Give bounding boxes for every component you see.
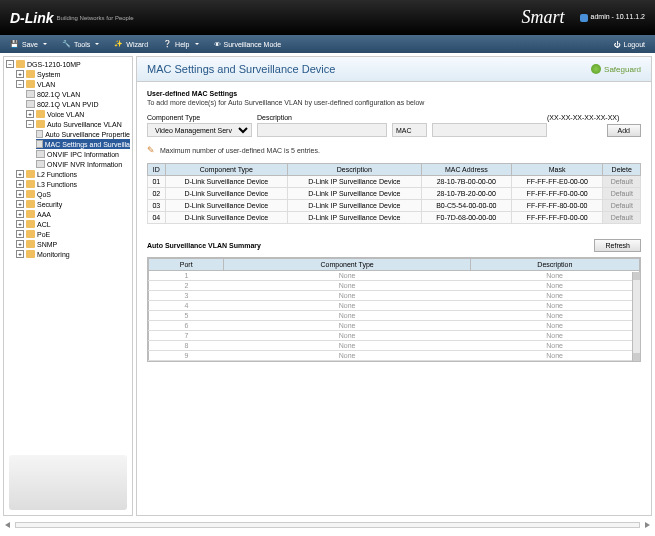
table-cell: 4 bbox=[149, 301, 224, 311]
description-input[interactable] bbox=[257, 123, 387, 137]
tree-vlan[interactable]: −VLAN bbox=[16, 79, 130, 89]
table-row: 02D-Link Surveillance DeviceD-Link IP Su… bbox=[148, 188, 641, 200]
tree-security[interactable]: +Security bbox=[16, 199, 130, 209]
mac-hint: (XX-XX-XX-XX-XX-XX) bbox=[547, 114, 619, 121]
table-header: Delete bbox=[603, 164, 641, 176]
footer-bar bbox=[0, 519, 655, 531]
table-cell: None bbox=[470, 311, 639, 321]
tools-menu[interactable]: 🔧Tools bbox=[62, 40, 99, 48]
summary-table: PortComponent TypeDescription 1NoneNone2… bbox=[148, 258, 640, 361]
table-header: Description bbox=[470, 259, 639, 271]
table-cell: D-Link Surveillance Device bbox=[165, 188, 287, 200]
tree-root[interactable]: −DGS-1210-10MP bbox=[6, 59, 130, 69]
table-cell: None bbox=[224, 281, 470, 291]
table-row: 9NoneNone bbox=[149, 351, 640, 361]
surveillance-menu[interactable]: 👁Surveillance Mode bbox=[214, 41, 282, 48]
expand-icon[interactable]: + bbox=[16, 70, 24, 78]
admin-info: admin - 10.11.1.2 bbox=[580, 13, 645, 21]
table-cell: 9 bbox=[149, 351, 224, 361]
table-header: Component Type bbox=[224, 259, 470, 271]
scroll-up-icon[interactable] bbox=[633, 272, 640, 280]
expand-icon[interactable]: + bbox=[16, 240, 24, 248]
scrollbar[interactable] bbox=[632, 272, 640, 361]
save-menu[interactable]: 💾Save bbox=[10, 40, 47, 48]
table-cell: None bbox=[470, 321, 639, 331]
help-menu[interactable]: ❔Help bbox=[163, 40, 198, 48]
collapse-icon[interactable]: − bbox=[6, 60, 14, 68]
expand-icon[interactable]: + bbox=[16, 200, 24, 208]
tree-pvid[interactable]: 802.1Q VLAN PVID bbox=[26, 99, 130, 109]
table-header: ID bbox=[148, 164, 166, 176]
surveillance-icon: 👁 bbox=[214, 41, 221, 48]
wizard-menu[interactable]: ✨Wizard bbox=[114, 40, 148, 48]
scroll-down-icon[interactable] bbox=[633, 353, 640, 361]
delete-cell: Default bbox=[603, 188, 641, 200]
refresh-button[interactable]: Refresh bbox=[594, 239, 641, 252]
delete-cell: Default bbox=[603, 212, 641, 224]
product-name: Smart bbox=[522, 7, 565, 28]
wizard-icon: ✨ bbox=[114, 40, 123, 48]
table-header: Description bbox=[287, 164, 421, 176]
panel-header: MAC Settings and Surveillance Device Saf… bbox=[137, 57, 651, 82]
table-cell: None bbox=[224, 321, 470, 331]
tree-onvif-nvr[interactable]: ONVIF NVR Information bbox=[36, 159, 130, 169]
tree-l3[interactable]: +L3 Functions bbox=[16, 179, 130, 189]
table-header: MAC Address bbox=[421, 164, 511, 176]
tree-l2[interactable]: +L2 Functions bbox=[16, 169, 130, 179]
tree-qos[interactable]: +QoS bbox=[16, 189, 130, 199]
table-cell: FF-FF-FF-F0-00-00 bbox=[511, 188, 603, 200]
main-content: MAC Settings and Surveillance Device Saf… bbox=[136, 56, 652, 516]
table-cell: 2 bbox=[149, 281, 224, 291]
table-cell: F0-7D-68-00-00-00 bbox=[421, 212, 511, 224]
footer-scrollbar[interactable] bbox=[15, 522, 640, 528]
file-icon bbox=[26, 90, 35, 98]
tree-auto-surv-prop[interactable]: Auto Surveillance Propertie bbox=[36, 129, 130, 139]
table-cell: D-Link IP Surveillance Device bbox=[287, 176, 421, 188]
tree-poe[interactable]: +PoE bbox=[16, 229, 130, 239]
expand-icon[interactable]: + bbox=[16, 250, 24, 258]
add-button[interactable]: Add bbox=[607, 124, 641, 137]
expand-icon[interactable]: + bbox=[16, 210, 24, 218]
device-image bbox=[9, 455, 127, 510]
table-cell: D-Link Surveillance Device bbox=[165, 212, 287, 224]
tree-auto-surv[interactable]: −Auto Surveillance VLAN bbox=[26, 119, 130, 129]
table-row: 01D-Link Surveillance DeviceD-Link IP Su… bbox=[148, 176, 641, 188]
tree-acl[interactable]: +ACL bbox=[16, 219, 130, 229]
expand-icon[interactable]: + bbox=[16, 230, 24, 238]
expand-icon[interactable]: + bbox=[26, 110, 34, 118]
table-cell: None bbox=[224, 271, 470, 281]
tree-monitoring[interactable]: +Monitoring bbox=[16, 249, 130, 259]
mac-input[interactable] bbox=[432, 123, 547, 137]
expand-icon[interactable]: + bbox=[16, 170, 24, 178]
scroll-left-icon[interactable] bbox=[5, 522, 10, 528]
table-row: 04D-Link Surveillance DeviceD-Link IP Su… bbox=[148, 212, 641, 224]
folder-icon bbox=[26, 250, 35, 258]
file-icon bbox=[36, 140, 43, 148]
tree-voice-vlan[interactable]: +Voice VLAN bbox=[26, 109, 130, 119]
table-cell: 01 bbox=[148, 176, 166, 188]
tree-system[interactable]: +System bbox=[16, 69, 130, 79]
tree-8021q[interactable]: 802.1Q VLAN bbox=[26, 89, 130, 99]
tree-mac-settings[interactable]: MAC Settings and Surveilla bbox=[36, 139, 130, 149]
table-cell: 03 bbox=[148, 200, 166, 212]
scroll-right-icon[interactable] bbox=[645, 522, 650, 528]
collapse-icon[interactable]: − bbox=[26, 120, 34, 128]
tree-onvif-ipc[interactable]: ONVIF IPC Information bbox=[36, 149, 130, 159]
file-icon bbox=[36, 150, 45, 158]
tree-snmp[interactable]: +SNMP bbox=[16, 239, 130, 249]
table-row: 03D-Link Surveillance DeviceD-Link IP Su… bbox=[148, 200, 641, 212]
component-type-select[interactable]: Video Management Server bbox=[147, 123, 252, 137]
pencil-icon: ✎ bbox=[147, 145, 155, 155]
table-cell: D-Link IP Surveillance Device bbox=[287, 212, 421, 224]
logout-button[interactable]: ⏻Logout bbox=[614, 41, 645, 48]
folder-icon bbox=[26, 200, 35, 208]
table-cell: 5 bbox=[149, 311, 224, 321]
expand-icon[interactable]: + bbox=[16, 180, 24, 188]
expand-icon[interactable]: + bbox=[16, 190, 24, 198]
table-row: 7NoneNone bbox=[149, 331, 640, 341]
description-label: Description bbox=[257, 114, 437, 121]
tree-aaa[interactable]: +AAA bbox=[16, 209, 130, 219]
expand-icon[interactable]: + bbox=[16, 220, 24, 228]
collapse-icon[interactable]: − bbox=[16, 80, 24, 88]
mac-label-field[interactable] bbox=[392, 123, 427, 137]
